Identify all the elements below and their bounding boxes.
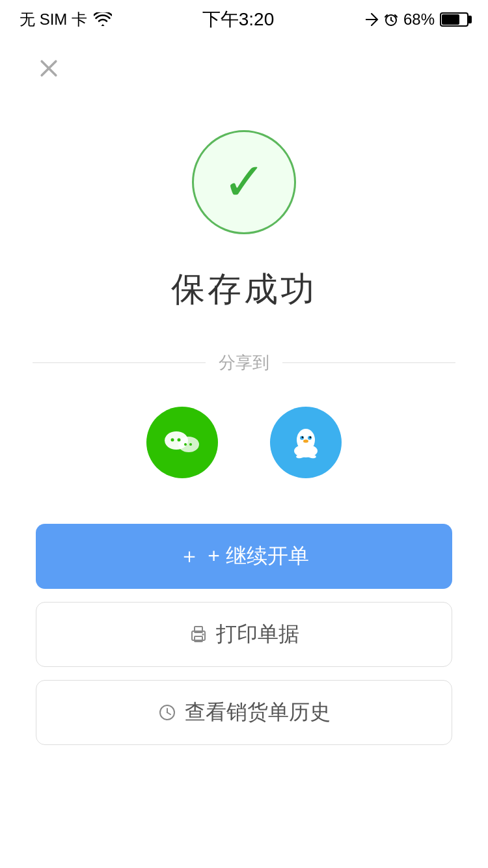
- status-right: 68%: [364, 10, 468, 29]
- print-button[interactable]: 打印单据: [36, 602, 452, 667]
- location-icon: [364, 12, 379, 27]
- svg-point-18: [303, 439, 308, 442]
- checkmark-icon: ✓: [223, 156, 266, 208]
- svg-point-16: [301, 436, 303, 438]
- svg-point-11: [189, 443, 192, 446]
- success-title: 保存成功: [171, 267, 317, 312]
- svg-point-9: [177, 438, 180, 441]
- svg-point-24: [202, 634, 204, 636]
- print-label: 打印单据: [216, 620, 299, 649]
- continue-plus-icon: ＋: [179, 542, 200, 571]
- history-icon: [157, 703, 177, 722]
- success-icon-circle: ✓: [192, 130, 296, 234]
- share-wechat-button[interactable]: [146, 407, 218, 478]
- history-button[interactable]: 查看销货单历史: [36, 680, 452, 745]
- status-left: 无 SIM 卡: [20, 9, 112, 30]
- svg-point-8: [170, 438, 174, 441]
- share-icons-row: [146, 407, 342, 478]
- share-divider: 分享到: [0, 351, 488, 374]
- continue-button[interactable]: ＋ + 继续开单: [36, 524, 452, 589]
- action-buttons: ＋ + 继续开单 打印单据 查看销货单历史: [36, 524, 452, 745]
- svg-point-7: [178, 437, 199, 452]
- main-content: ✓ 保存成功 分享到: [0, 39, 488, 745]
- print-icon: [189, 625, 208, 644]
- share-qq-button[interactable]: [270, 407, 342, 478]
- alarm-icon: [384, 12, 398, 27]
- wifi-icon: [94, 12, 112, 27]
- status-time: 下午3:20: [202, 7, 275, 32]
- svg-line-3: [391, 20, 393, 21]
- svg-point-17: [309, 436, 311, 438]
- battery-percent: 68%: [403, 10, 435, 29]
- svg-point-10: [184, 443, 187, 446]
- continue-label: + 继续开单: [208, 542, 309, 571]
- divider-label: 分享到: [206, 351, 282, 374]
- svg-line-27: [167, 712, 170, 714]
- close-button[interactable]: [33, 52, 65, 85]
- sim-status: 无 SIM 卡: [20, 9, 87, 30]
- status-bar: 无 SIM 卡 下午3:20 68%: [0, 0, 488, 39]
- history-label: 查看销货单历史: [185, 698, 331, 727]
- battery-icon: [440, 12, 468, 27]
